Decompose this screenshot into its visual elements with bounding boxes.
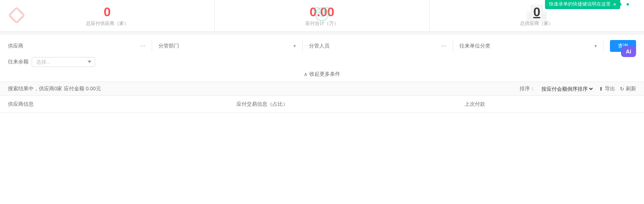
category-label: 往来单位分类 <box>459 42 490 50</box>
stat-payable-total: 0.00 应付合计（万） <box>215 0 429 31</box>
svg-rect-12 <box>530 5 543 12</box>
results-actions: 排序： 按应付会额倒序排序 ⬆ 导出 ↻ 刷新 <box>520 85 636 92</box>
manager-label: 分管人员 <box>309 42 330 50</box>
svg-rect-9 <box>529 13 533 19</box>
refresh-icon: ↻ <box>620 86 624 92</box>
refresh-label: 刷新 <box>626 85 636 92</box>
collapse-text: 收起更多条件 <box>309 71 340 78</box>
tooltip-bar: 快速录单的快捷键说明在这里 × <box>545 0 620 9</box>
collapse-chevron-up-icon: ∧ <box>304 71 308 77</box>
department-label: 分管部门 <box>158 42 179 50</box>
tooltip-close-btn[interactable]: × <box>613 2 616 7</box>
tooltip-dot <box>626 2 630 6</box>
filter-row-1: 供应商 ··· 分管部门 ▾ 分管人员 ··· 往来单位分类 ▾ 查询 <box>8 40 636 52</box>
svg-rect-11 <box>541 13 546 19</box>
filter-department: 分管部门 ▾ <box>152 40 303 52</box>
filter-row-2: 往来余额 选择... <box>8 55 636 68</box>
filter-category: 往来单位分类 ▾ <box>453 40 604 52</box>
stat-total-suppliers: 快速录单的快捷键说明在这里 × 0 总供应商（家） <box>430 0 644 31</box>
export-label: 导出 <box>605 85 615 92</box>
svg-point-5 <box>319 12 321 14</box>
filter-bar: 供应商 ··· 分管部门 ▾ 分管人员 ··· 往来单位分类 ▾ 查询 往来 <box>0 35 644 82</box>
filter-balance: 往来余额 选择... <box>8 55 95 68</box>
supplier-dots-btn[interactable]: ··· <box>140 42 145 50</box>
sort-label: 排序： <box>520 85 535 92</box>
filter-manager: 分管人员 ··· <box>303 40 453 52</box>
svg-point-6 <box>323 12 325 14</box>
category-input[interactable] <box>493 43 594 49</box>
table-header: 供应商信息 应付交易信息（占比） 上次付款 <box>0 96 644 113</box>
stat-payable-label: 总应付供应商（家） <box>86 20 129 27</box>
export-button[interactable]: ⬆ 导出 <box>599 85 615 92</box>
supplier-label: 供应商 <box>8 42 23 50</box>
ai-button[interactable]: Ai <box>621 46 636 57</box>
results-bar: 搜索结果中，供应商0家 应付金额 0.00元 排序： 按应付会额倒序排序 ⬆ 导… <box>0 82 644 96</box>
svg-point-7 <box>320 14 324 16</box>
manager-dots-btn[interactable]: ··· <box>441 42 446 50</box>
collapse-btn[interactable]: ∧ 收起更多条件 <box>304 71 340 78</box>
bear-icon <box>312 3 332 25</box>
svg-rect-1 <box>10 9 23 21</box>
stat-total-payable-suppliers: 0 总应付供应商（家） <box>0 0 215 31</box>
svg-rect-10 <box>535 13 540 19</box>
balance-label: 往来余额 <box>8 58 29 65</box>
stat-payable-number: 0 <box>104 4 111 19</box>
category-chevron[interactable]: ▾ <box>594 43 597 49</box>
results-info: 搜索结果中，供应商0家 应付金额 0.00元 <box>8 85 101 92</box>
balance-select[interactable]: 选择... <box>32 57 95 67</box>
stats-bar: 0 总应付供应商（家） 0.00 应付合计（万） 快速录单的快捷键说明在这里 × <box>0 0 644 32</box>
supplier-input[interactable] <box>27 43 140 49</box>
manager-input[interactable] <box>333 43 441 49</box>
export-icon: ⬆ <box>599 86 603 92</box>
filter-supplier: 供应商 ··· <box>8 40 152 52</box>
col-transaction-info: 应付交易信息（占比） <box>236 101 465 108</box>
refresh-button[interactable]: ↻ 刷新 <box>620 85 636 92</box>
tooltip-text: 快速录单的快捷键说明在这里 <box>549 1 611 8</box>
department-input[interactable] <box>182 43 293 49</box>
department-chevron[interactable]: ▾ <box>293 43 296 49</box>
table-body <box>0 113 644 204</box>
col-supplier-info: 供应商信息 <box>8 101 236 108</box>
sort-select[interactable]: 按应付会额倒序排序 <box>540 86 594 92</box>
supplier-icon <box>525 3 549 25</box>
diamond-icon <box>8 6 25 25</box>
col-last-payment: 上次付款 <box>465 101 636 108</box>
collapse-row: ∧ 收起更多条件 <box>8 68 636 78</box>
